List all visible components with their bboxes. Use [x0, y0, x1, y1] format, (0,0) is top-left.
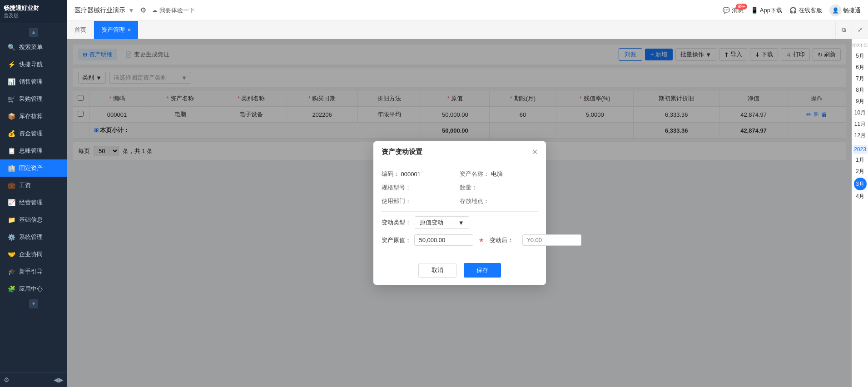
asset-value-input[interactable] [414, 234, 473, 246]
cloud-icon: ☁ [152, 7, 158, 14]
calendar-month-6[interactable]: 6月 [853, 62, 868, 73]
calendar-month-12[interactable]: 12月 [853, 130, 868, 141]
after-value-input[interactable] [522, 234, 581, 246]
sidebar-item-ledger-label: 总账管理 [19, 147, 43, 155]
modal-overlay[interactable]: 资产变动设置 ✕ 编码： 000001 资产名称： [67, 39, 852, 387]
message-icon: 💬 [723, 7, 730, 14]
app-edition: 普及版 [4, 12, 39, 19]
calendar-month-7[interactable]: 7月 [853, 74, 868, 84]
scroll-up-btn[interactable]: ▲ [29, 28, 38, 37]
tab-close-btn[interactable]: × [128, 27, 131, 33]
sidebar-item-payroll-label: 工资 [19, 181, 31, 189]
sidebar-item-inventory-label: 库存核算 [19, 112, 43, 120]
system-icon: ⚙️ [7, 233, 15, 241]
calendar-month-11[interactable]: 11月 [853, 119, 868, 129]
sidebar-item-inventory[interactable]: 📦 库存核算 [0, 108, 67, 125]
calendar-month-2[interactable]: 2月 [853, 166, 868, 177]
settings-bottom-icon[interactable]: ⚙ [4, 376, 10, 383]
sidebar-item-sales-label: 销售管理 [19, 78, 43, 86]
sidebar-item-operation-label: 经营管理 [19, 198, 43, 207]
sidebar-item-operation[interactable]: 📈 经营管理 [0, 194, 67, 211]
sidebar-item-payroll[interactable]: 💼 工资 [0, 177, 67, 194]
modal-asset-name-value: 电脑 [491, 170, 503, 178]
modal-name-item: 资产名称： 电脑 [460, 169, 538, 179]
calendar-month-9[interactable]: 9月 [853, 96, 868, 107]
change-type-dropdown-icon: ▼ [458, 219, 464, 226]
calendar-month-4[interactable]: 4月 [853, 191, 868, 202]
tab-controls: ⧉ ⤢ [835, 21, 868, 39]
topbar: 医疗器械行业演示 ▼ ⚙ ☁ 我要体验一下 💬 消息 99+ 📱 App下载 [67, 0, 868, 21]
main-content: 医疗器械行业演示 ▼ ⚙ ☁ 我要体验一下 💬 消息 99+ 📱 App下载 [67, 0, 868, 387]
company-dropdown-icon: ▼ [128, 7, 134, 14]
tab-home[interactable]: 首页 [67, 21, 94, 39]
sidebar-item-system[interactable]: ⚙️ 系统管理 [0, 228, 67, 246]
calendar-month-1[interactable]: 1月 [853, 155, 868, 165]
modal-title: 资产变动设置 [382, 148, 422, 156]
sidebar-item-guide[interactable]: 🎓 新手引导 [0, 263, 67, 280]
sidebar-item-apps-label: 应用中心 [19, 285, 43, 293]
company-selector[interactable]: 医疗器械行业演示 ▼ [74, 6, 134, 15]
change-type-label: 变动类型： [382, 218, 411, 227]
sidebar-item-search[interactable]: 🔍 搜索菜单 [0, 39, 67, 56]
basic-icon: 📁 [7, 216, 15, 223]
enterprise-icon: 🤝 [7, 251, 15, 258]
sidebar-item-sales[interactable]: 📊 销售管理 [0, 73, 67, 90]
save-btn[interactable]: 保存 [464, 263, 501, 278]
experience-btn[interactable]: ☁ 我要体验一下 [152, 6, 195, 15]
sidebar-item-guide-label: 新手引导 [19, 268, 43, 276]
scroll-down-btn[interactable]: ▼ [29, 299, 38, 308]
tab-expand-btn[interactable]: ⤢ [852, 21, 868, 39]
modal-dept-label: 使用部门： [382, 197, 411, 205]
tab-restore-btn[interactable]: ⧉ [835, 21, 852, 39]
app-logo: 畅捷通好业财 [4, 5, 39, 12]
sidebar-item-ledger[interactable]: 📋 总账管理 [0, 142, 67, 159]
modal-info-grid: 编码： 000001 资产名称： 电脑 规格型号： [382, 169, 538, 207]
sidebar-item-search-label: 搜索菜单 [19, 43, 43, 51]
sidebar-bottom: ⚙ ◀▶ [0, 372, 67, 387]
calendar-month-3-active[interactable]: 3月 [854, 178, 867, 190]
cancel-btn[interactable]: 取消 [418, 263, 456, 278]
right-sidebar-calendar: 2023.03 5月 6月 7月 8月 9月 10月 11月 12月 2023 … [852, 39, 868, 387]
sidebar-item-basic-label: 基础信息 [19, 216, 43, 224]
calendar-year: 2023.03 [852, 41, 868, 50]
sidebar-item-fixed-assets[interactable]: 🏢 固定资产 [0, 159, 67, 177]
sidebar-item-enterprise-label: 企业协同 [19, 250, 43, 258]
sidebar-item-capital[interactable]: 💰 资金管理 [0, 125, 67, 142]
modal-code-label: 编码： [382, 170, 399, 178]
guide-icon: 🎓 [7, 268, 15, 275]
message-btn[interactable]: 💬 消息 99+ [723, 6, 744, 15]
required-star: ★ [479, 237, 484, 243]
message-count: 99+ [736, 4, 747, 10]
quick-nav-icon: ⚡ [7, 61, 15, 68]
sidebar-item-capital-label: 资金管理 [19, 129, 43, 138]
calendar-divider [855, 143, 866, 143]
modal-quantity-label: 数量： [460, 184, 477, 192]
change-type-value: 原值变动 [420, 218, 443, 227]
modal-close-btn[interactable]: ✕ [532, 148, 538, 156]
change-type-select[interactable]: 原值变动 ▼ [415, 216, 469, 229]
topbar-right: 💬 消息 99+ 📱 App下载 🎧 在线客服 👤 畅捷通 [723, 5, 861, 16]
content-area: ⊞ 资产明细 📄 变更生成凭证 刘账 + 新增 批量操作 ▼ [67, 39, 852, 387]
company-name: 医疗器械行业演示 [74, 6, 125, 15]
calendar-month-8[interactable]: 8月 [853, 85, 868, 95]
user-info-btn[interactable]: 👤 畅捷通 [829, 5, 861, 16]
modal-spec-label: 规格型号： [382, 184, 411, 192]
sidebar-header: 畅捷通好业财 普及版 [0, 0, 67, 24]
change-type-row: 变动类型： 原值变动 ▼ [382, 216, 538, 229]
sidebar-item-basic[interactable]: 📁 基础信息 [0, 211, 67, 228]
tab-asset-management[interactable]: 资产管理 × [94, 21, 138, 39]
topbar-settings-icon[interactable]: ⚙ [140, 6, 146, 15]
sidebar-item-quick-nav[interactable]: ⚡ 快捷导航 [0, 56, 67, 73]
sidebar-item-enterprise[interactable]: 🤝 企业协同 [0, 246, 67, 263]
app-download-btn[interactable]: 📱 App下载 [751, 6, 782, 15]
calendar-month-10[interactable]: 10月 [853, 108, 868, 118]
modal-asset-name-label: 资产名称： [460, 170, 489, 178]
calendar-month-5[interactable]: 5月 [853, 51, 868, 61]
sidebar-item-apps[interactable]: 🧩 应用中心 [0, 280, 67, 298]
sidebar-item-purchase[interactable]: 🛒 采购管理 [0, 90, 67, 108]
modal-location-item: 存放地点： [460, 196, 538, 207]
asset-value-row: 资产原值： ★ 变动后： [382, 234, 538, 246]
calendar-year-2023[interactable]: 2023 [853, 145, 868, 154]
collapse-sidebar-icon[interactable]: ◀▶ [54, 376, 64, 383]
customer-service-btn[interactable]: 🎧 在线客服 [789, 6, 822, 15]
